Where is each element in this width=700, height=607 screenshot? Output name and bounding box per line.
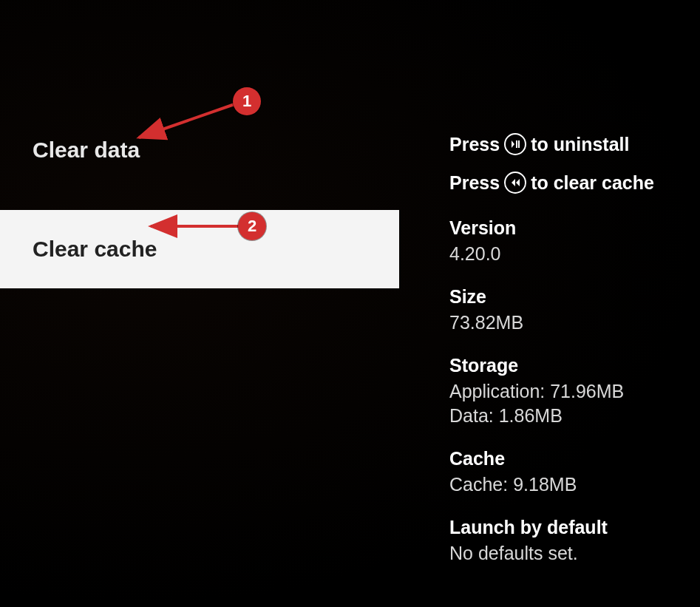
svg-rect-0 [516, 140, 517, 148]
rewind-icon [504, 172, 526, 194]
hint-uninstall-text: to uninstall [531, 134, 629, 155]
version-label: Version [449, 217, 700, 239]
cache-value: Cache: 9.18MB [449, 472, 700, 498]
version-value: 4.20.0 [449, 242, 700, 267]
storage-label: Storage [449, 355, 700, 376]
size-section: Size 73.82MB [449, 286, 700, 336]
hint-press-text: Press [449, 134, 500, 155]
hint-uninstall: Press to uninstall [449, 133, 700, 155]
app-info: Version 4.20.0 Size 73.82MB Storage Appl… [449, 217, 700, 566]
launch-value: No defaults set. [449, 541, 700, 566]
clear-data-button[interactable]: Clear data [0, 120, 399, 180]
annotation-badge-1: 1 [233, 87, 261, 115]
storage-section: Storage Application: 71.96MB Data: 1.86M… [449, 355, 700, 430]
version-section: Version 4.20.0 [449, 217, 700, 267]
launch-label: Launch by default [449, 517, 700, 538]
size-label: Size [449, 286, 700, 308]
storage-app-value: Application: 71.96MB [449, 379, 700, 404]
cache-section: Cache Cache: 9.18MB [449, 448, 700, 498]
storage-data-value: Data: 1.86MB [449, 404, 700, 429]
launch-default-section: Launch by default No defaults set. [449, 517, 700, 566]
settings-menu-list: Clear data Clear cache [0, 0, 399, 288]
annotation-badge-2: 2 [238, 212, 266, 240]
hint-press-text: Press [449, 172, 500, 194]
clear-cache-button[interactable]: Clear cache [0, 210, 399, 288]
svg-rect-1 [518, 140, 520, 148]
play-pause-icon [504, 133, 526, 155]
hint-clear-cache: Press to clear cache [449, 172, 700, 194]
info-panel: Press to uninstall Press to clear cache … [449, 133, 700, 586]
cache-label: Cache [449, 448, 700, 469]
hint-clear-cache-text: to clear cache [531, 172, 654, 194]
size-value: 73.82MB [449, 311, 700, 336]
